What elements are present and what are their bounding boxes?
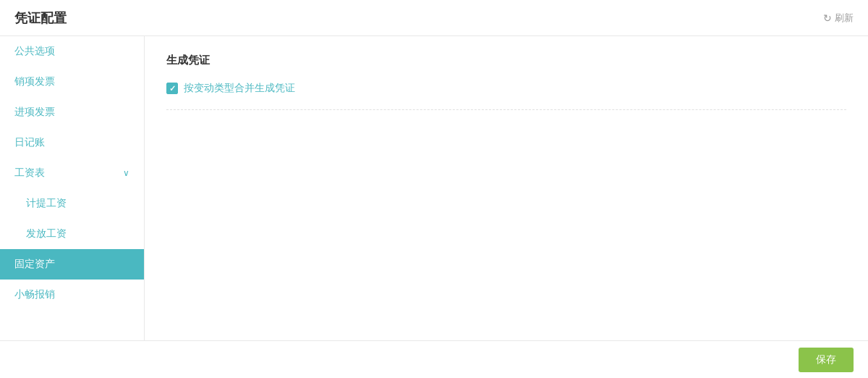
sidebar-label-expenses: 小畅报销 <box>14 288 55 301</box>
sidebar-label-calc-payroll: 计提工资 <box>26 197 67 210</box>
sidebar-item-payroll[interactable]: 工资表∨ <box>0 158 144 188</box>
main-layout: 公共选项销项发票进项发票日记账工资表∨计提工资发放工资固定资产小畅报销 生成凭证… <box>0 36 868 340</box>
sidebar-label-pay-payroll: 发放工资 <box>26 227 67 240</box>
sidebar-item-expenses[interactable]: 小畅报销 <box>0 280 144 310</box>
checkbox-row: 按变动类型合并生成凭证 <box>166 82 846 95</box>
sidebar-label-fixed-assets: 固定资产 <box>14 258 55 271</box>
refresh-label: 刷新 <box>835 12 854 25</box>
merge-checkbox[interactable] <box>166 83 178 94</box>
page-header: 凭证配置 ↻ 刷新 <box>0 0 868 36</box>
sidebar-item-sales-invoice[interactable]: 销项发票 <box>0 67 144 97</box>
sidebar: 公共选项销项发票进项发票日记账工资表∨计提工资发放工资固定资产小畅报销 <box>0 36 145 340</box>
sidebar-item-fixed-assets[interactable]: 固定资产 <box>0 249 144 280</box>
sidebar-label-public: 公共选项 <box>14 45 55 58</box>
refresh-icon: ↻ <box>823 12 832 24</box>
sidebar-label-payroll: 工资表 <box>14 167 45 180</box>
chevron-down-icon: ∨ <box>123 168 129 178</box>
sidebar-item-pay-payroll[interactable]: 发放工资 <box>0 219 144 249</box>
page-title: 凭证配置 <box>14 9 67 27</box>
sidebar-label-journal: 日记账 <box>14 136 45 149</box>
checkbox-label[interactable]: 按变动类型合并生成凭证 <box>184 82 295 95</box>
sidebar-item-calc-payroll[interactable]: 计提工资 <box>0 188 144 219</box>
sidebar-label-purchase-invoice: 进项发票 <box>14 106 55 119</box>
sidebar-item-public[interactable]: 公共选项 <box>0 36 144 67</box>
page-footer: 保存 <box>0 340 868 378</box>
sidebar-item-purchase-invoice[interactable]: 进项发票 <box>0 97 144 127</box>
section-title: 生成凭证 <box>166 54 846 67</box>
section-divider <box>166 109 846 110</box>
sidebar-item-journal[interactable]: 日记账 <box>0 127 144 158</box>
refresh-button[interactable]: ↻ 刷新 <box>823 12 854 25</box>
sidebar-label-sales-invoice: 销项发票 <box>14 75 55 88</box>
content-area: 生成凭证 按变动类型合并生成凭证 <box>145 36 868 340</box>
save-button[interactable]: 保存 <box>799 348 854 372</box>
